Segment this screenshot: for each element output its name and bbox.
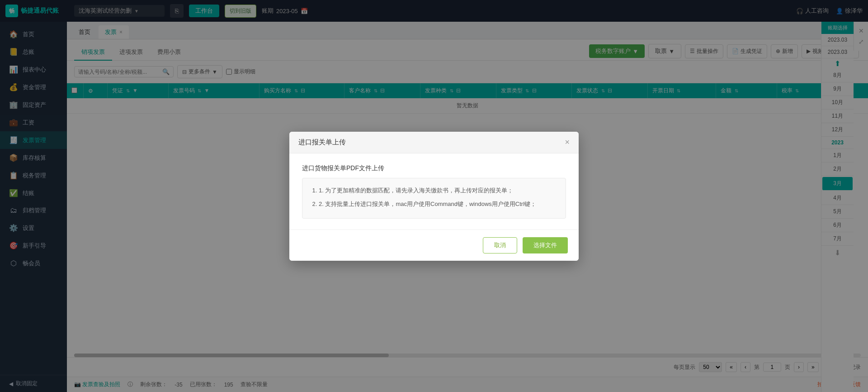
dialog-info-box: 1. 为了更加精准的数据匹配，请先录入海关缴款书，再上传对应的报关单； 2. 支… bbox=[302, 178, 566, 219]
dialog-section-title: 进口货物报关单PDF文件上传 bbox=[302, 164, 566, 172]
dialog-body: 进口货物报关单PDF文件上传 1. 为了更加精准的数据匹配，请先录入海关缴款书，… bbox=[289, 153, 579, 229]
dialog-close-button[interactable]: × bbox=[565, 138, 570, 146]
dialog-info-line-1: 1. 为了更加精准的数据匹配，请先录入海关缴款书，再上传对应的报关单； bbox=[319, 185, 557, 196]
import-customs-dialog: 进口报关单上传 × 进口货物报关单PDF文件上传 1. 为了更加精准的数据匹配，… bbox=[289, 132, 579, 261]
dialog-overlay[interactable]: 进口报关单上传 × 进口货物报关单PDF文件上传 1. 为了更加精准的数据匹配，… bbox=[0, 0, 868, 392]
dialog-info-line-2: 2. 支持批量上传进口报关单，mac用户使用Command键，windows用户… bbox=[319, 198, 557, 210]
dialog-cancel-button[interactable]: 取消 bbox=[483, 237, 517, 253]
dialog-title: 进口报关单上传 bbox=[298, 138, 346, 147]
dialog-confirm-button[interactable]: 选择文件 bbox=[523, 237, 568, 253]
dialog-header: 进口报关单上传 × bbox=[289, 132, 579, 153]
dialog-footer: 取消 选择文件 bbox=[289, 229, 579, 261]
